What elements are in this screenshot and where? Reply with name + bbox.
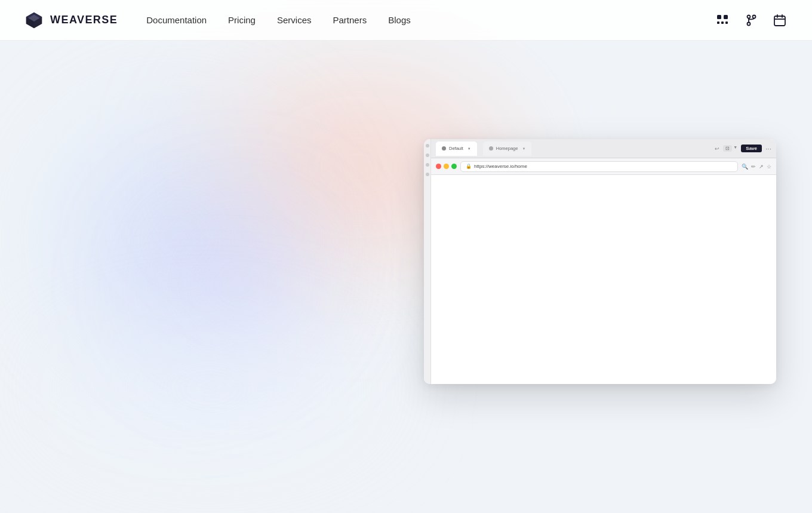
tab-dot bbox=[442, 146, 446, 150]
tab-default-label: Default bbox=[449, 146, 463, 151]
nav-link-partners[interactable]: Partners bbox=[333, 15, 367, 25]
address-url: https://weaverse.io/home bbox=[474, 164, 527, 169]
sidebar-dot-4 bbox=[426, 173, 429, 176]
navbar-right bbox=[714, 12, 788, 29]
browser-save-button[interactable]: Save bbox=[741, 145, 762, 152]
tab-dropdown: ▼ bbox=[733, 145, 737, 152]
traffic-light-yellow[interactable] bbox=[444, 164, 449, 169]
calendar-icon[interactable] bbox=[771, 12, 788, 29]
svg-point-7 bbox=[753, 15, 756, 18]
tab-dot-2 bbox=[489, 146, 493, 150]
traffic-light-green[interactable] bbox=[451, 164, 457, 169]
lock-icon: 🔒 bbox=[466, 164, 472, 169]
tab-action-icon-1[interactable]: ↩ bbox=[715, 146, 719, 152]
nav-links: Documentation Pricing Services Partners … bbox=[146, 15, 411, 25]
browser-sidebar bbox=[424, 139, 431, 384]
svg-rect-9 bbox=[774, 16, 785, 26]
logo-text: WEAVERSE bbox=[50, 14, 118, 26]
browser-tab-homepage[interactable]: Homepage ▼ bbox=[483, 142, 532, 156]
tab-homepage-label: Homepage bbox=[496, 146, 518, 151]
fork-icon[interactable] bbox=[743, 12, 759, 29]
browser-tabs-row: Default ▼ Homepage ▼ ↩ ⊡ ▼ Save ··· bbox=[431, 139, 776, 158]
search-icon[interactable]: 🔍 bbox=[742, 164, 748, 170]
svg-rect-1 bbox=[724, 15, 728, 19]
tab-homepage-chevron: ▼ bbox=[522, 147, 525, 150]
sidebar-dot-1 bbox=[426, 144, 429, 148]
traffic-light-red[interactable] bbox=[436, 164, 441, 169]
svg-point-6 bbox=[748, 22, 751, 25]
nav-link-blogs[interactable]: Blogs bbox=[388, 15, 411, 25]
star-icon[interactable]: ☆ bbox=[767, 164, 771, 170]
address-bar[interactable]: 🔒 https://weaverse.io/home bbox=[460, 161, 738, 172]
svg-rect-0 bbox=[717, 15, 721, 19]
sidebar-dot-3 bbox=[426, 163, 429, 167]
sidebar-dot-2 bbox=[426, 153, 429, 157]
grid-icon[interactable] bbox=[714, 12, 731, 29]
tab-actions: ↩ ⊡ ▼ Save ··· bbox=[715, 145, 771, 153]
traffic-lights bbox=[436, 164, 457, 169]
navbar-left: WEAVERSE Documentation Pricing Services … bbox=[24, 10, 411, 30]
share-icon[interactable]: ↗ bbox=[759, 164, 764, 170]
edit-icon[interactable]: ✏ bbox=[751, 164, 756, 170]
tab-more-btn[interactable]: ··· bbox=[765, 145, 771, 153]
svg-rect-3 bbox=[721, 21, 724, 24]
nav-link-services[interactable]: Services bbox=[277, 15, 312, 25]
browser-tab-default[interactable]: Default ▼ bbox=[436, 142, 477, 156]
svg-point-5 bbox=[748, 15, 751, 18]
browser-content bbox=[431, 175, 776, 384]
address-bar-actions: 🔍 ✏ ↗ ☆ bbox=[742, 164, 771, 170]
svg-rect-2 bbox=[717, 21, 719, 24]
browser-mockup: Default ▼ Homepage ▼ ↩ ⊡ ▼ Save ··· bbox=[424, 139, 776, 384]
main-content: Default ▼ Homepage ▼ ↩ ⊡ ▼ Save ··· bbox=[0, 41, 812, 513]
nav-link-documentation[interactable]: Documentation bbox=[146, 15, 207, 25]
browser-main: Default ▼ Homepage ▼ ↩ ⊡ ▼ Save ··· bbox=[431, 139, 776, 384]
tab-action-icon-2[interactable]: ⊡ ▼ bbox=[723, 145, 737, 152]
nav-link-pricing[interactable]: Pricing bbox=[228, 15, 256, 25]
logo-icon bbox=[24, 10, 44, 30]
svg-rect-4 bbox=[725, 21, 728, 24]
logo[interactable]: WEAVERSE bbox=[24, 10, 118, 30]
tab-default-chevron: ▼ bbox=[467, 147, 471, 150]
navbar: WEAVERSE Documentation Pricing Services … bbox=[0, 0, 812, 41]
browser-address-row: 🔒 https://weaverse.io/home 🔍 ✏ ↗ ☆ bbox=[431, 158, 776, 175]
